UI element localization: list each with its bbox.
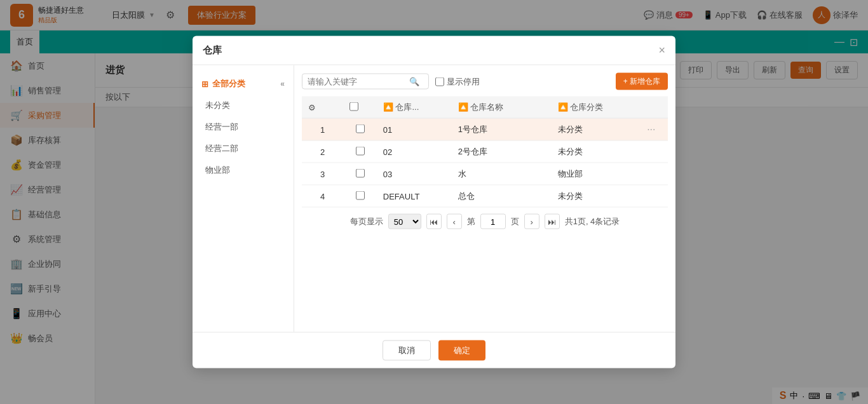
- category-sidebar: ⊞ 全部分类 « 未分类 经营一部 经营二部 物业部: [193, 65, 294, 332]
- row1-checkbox-cell[interactable]: [343, 118, 376, 140]
- select-all-checkbox[interactable]: [349, 102, 358, 111]
- row1-code: 01: [377, 118, 452, 140]
- page-prev-button[interactable]: ‹: [447, 214, 462, 229]
- table-header: ⚙ 🔼 仓库... 🔼 仓库名称 🔼 仓库分类: [302, 97, 668, 119]
- row2-code: 02: [377, 140, 452, 163]
- th-checkbox: [343, 97, 376, 119]
- modal-body: ⊞ 全部分类 « 未分类 经营一部 经营二部 物业部 🔍 显示停用 +: [193, 65, 675, 332]
- cat-item-ops2[interactable]: 经营二部: [193, 138, 294, 159]
- th-actions: [635, 97, 668, 119]
- show-disabled-checkbox[interactable]: [435, 77, 444, 86]
- category-header: ⊞ 全部分类 «: [193, 73, 294, 95]
- row2-actions[interactable]: [635, 140, 668, 163]
- row2-name: 2号仓库: [452, 140, 552, 163]
- add-warehouse-button[interactable]: + 新增仓库: [616, 73, 668, 90]
- row4-code: DEFAULT: [377, 185, 452, 207]
- table-row[interactable]: 1 01 1号仓库 未分类 ···: [302, 118, 668, 140]
- row3-name: 水: [452, 163, 552, 185]
- row4-checkbox[interactable]: [356, 191, 365, 199]
- row3-actions[interactable]: [635, 163, 668, 185]
- warehouse-table: ⚙ 🔼 仓库... 🔼 仓库名称 🔼 仓库分类: [302, 97, 668, 208]
- cat-item-ops1[interactable]: 经营一部: [193, 116, 294, 138]
- table-row[interactable]: 3 03 水 物业部: [302, 163, 668, 185]
- row1-actions[interactable]: ···: [635, 118, 668, 140]
- row4-category: 未分类: [552, 185, 635, 207]
- row2-checkbox-cell[interactable]: [343, 140, 376, 163]
- page-number-input[interactable]: [480, 214, 506, 229]
- confirm-button[interactable]: 确定: [438, 340, 485, 361]
- row1-checkbox[interactable]: [356, 124, 365, 133]
- table-body: 1 01 1号仓库 未分类 ··· 2 02 2号仓库 未分类: [302, 118, 668, 207]
- row3-checkbox-cell[interactable]: [343, 163, 376, 185]
- category-collapse-button[interactable]: «: [280, 79, 285, 88]
- page-last-button[interactable]: ⏭: [545, 214, 560, 229]
- modal-toolbar: 🔍 显示停用 + 新增仓库: [302, 73, 668, 90]
- gear-header-icon: ⚙: [308, 102, 316, 112]
- modal-footer: 取消 确定: [193, 332, 675, 368]
- row4-actions[interactable]: [635, 185, 668, 207]
- row1-category: 未分类: [552, 118, 635, 140]
- table-row[interactable]: 4 DEFAULT 总仓 未分类: [302, 185, 668, 207]
- modal-title: 仓库: [203, 44, 222, 57]
- th-name: 🔼 仓库名称: [452, 97, 552, 119]
- modal-header: 仓库 ×: [193, 36, 675, 65]
- show-disabled-checkbox-label[interactable]: 显示停用: [435, 76, 480, 87]
- row4-name: 总仓: [452, 185, 552, 207]
- cat-item-uncategorized[interactable]: 未分类: [193, 95, 294, 116]
- sort-icon-cat: 🔼: [558, 102, 571, 112]
- th-gear: ⚙: [302, 97, 343, 119]
- row4-checkbox-cell[interactable]: [343, 185, 376, 207]
- row3-checkbox[interactable]: [356, 168, 365, 177]
- row1-more-icon[interactable]: ···: [647, 124, 655, 135]
- sort-icon-name: 🔼: [458, 102, 471, 112]
- row2-checkbox[interactable]: [356, 146, 365, 155]
- cancel-button[interactable]: 取消: [383, 340, 431, 361]
- search-icon[interactable]: 🔍: [409, 77, 419, 86]
- warehouse-modal: 仓库 × ⊞ 全部分类 « 未分类 经营一部 经营二部 物业部 🔍: [193, 36, 675, 368]
- row2-num: 2: [302, 140, 343, 163]
- row3-code: 03: [377, 163, 452, 185]
- row3-category: 物业部: [552, 163, 635, 185]
- table-row[interactable]: 2 02 2号仓库 未分类: [302, 140, 668, 163]
- search-box: 🔍: [302, 74, 429, 90]
- page-first-button[interactable]: ⏮: [426, 214, 442, 229]
- row4-num: 4: [302, 185, 343, 207]
- search-input[interactable]: [308, 77, 409, 86]
- pagination: 每页显示 50 20 100 ⏮ ‹ 第 页 › ⏭ 共1页, 4条记录: [302, 208, 668, 236]
- th-code: 🔼 仓库...: [377, 97, 452, 119]
- sort-icon: 🔼: [383, 102, 396, 112]
- row1-name: 1号仓库: [452, 118, 552, 140]
- row3-num: 3: [302, 163, 343, 185]
- row2-category: 未分类: [552, 140, 635, 163]
- page-next-button[interactable]: ›: [524, 214, 539, 229]
- row1-num: 1: [302, 118, 343, 140]
- per-page-select[interactable]: 50 20 100: [388, 214, 421, 229]
- cat-item-property[interactable]: 物业部: [193, 159, 294, 181]
- th-category: 🔼 仓库分类: [552, 97, 635, 119]
- modal-close-button[interactable]: ×: [658, 44, 665, 57]
- modal-main: 🔍 显示停用 + 新增仓库 ⚙ 🔼 仓库...: [294, 65, 675, 332]
- category-grid-icon: ⊞: [201, 79, 208, 88]
